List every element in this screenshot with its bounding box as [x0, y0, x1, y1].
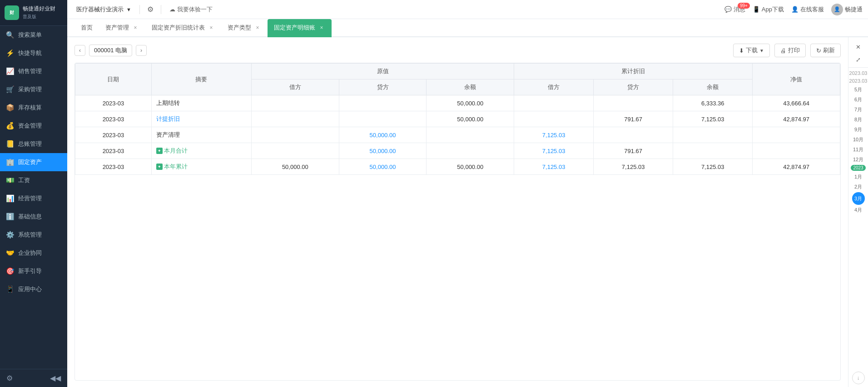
cell-orig-debit	[251, 127, 339, 143]
sidebar-item-inventory[interactable]: 📦 库存核算	[0, 99, 67, 117]
month-3-active[interactable]: 3月	[852, 192, 865, 205]
download-icon: 📱	[753, 6, 760, 13]
month-8[interactable]: 8月	[850, 115, 867, 124]
cell-orig-credit: 50,000.00	[339, 127, 427, 143]
sidebar-item-general-ledger[interactable]: 📒 总账管理	[0, 135, 67, 153]
tab-home[interactable]: 首页	[74, 19, 99, 37]
sidebar-item-payroll[interactable]: 💵 工资	[0, 171, 67, 189]
logo-text-wrap: 畅捷通好业财 普及版	[23, 5, 55, 20]
year-date-top2: 2023.03	[848, 77, 868, 84]
cell-accum-credit	[594, 95, 673, 111]
tab-home-label: 首页	[81, 24, 93, 32]
sidebar-item-enterprise[interactable]: 🤝 企业协同	[0, 244, 67, 262]
sidebar-item-basic-info[interactable]: ℹ️ 基础信息	[0, 208, 67, 226]
capital-icon: 💰	[5, 121, 15, 130]
sidebar-item-app-center[interactable]: 📱 应用中心	[0, 280, 67, 298]
th-orig-debit: 借方	[251, 79, 339, 95]
cell-summary: 资产清理	[151, 127, 251, 143]
scroll-down-button[interactable]: ↓	[852, 372, 865, 384]
sidebar-item-purchase[interactable]: 🛒 采购管理	[0, 80, 67, 99]
cell-accum-debit: 7,125.03	[514, 159, 594, 175]
month-6[interactable]: 6月	[850, 95, 867, 104]
sidebar-item-operations[interactable]: 📊 经营管理	[0, 189, 67, 208]
refresh-button[interactable]: ↻ 刷新	[810, 44, 841, 57]
panel-expand-button[interactable]: ⤢	[851, 54, 866, 65]
table-row: 2023-03 ✦本月合计 50,000.00 7,125.03 791.67	[75, 143, 840, 159]
cell-orig-balance	[427, 127, 514, 143]
refresh-label: 刷新	[823, 46, 835, 55]
messages-btn[interactable]: 💬 消息 99+	[724, 5, 745, 14]
cell-orig-balance	[427, 143, 514, 159]
topnav-right: 💬 消息 99+ 📱 App下载 👤 在线客服 👤 畅捷通	[724, 4, 863, 15]
tab-depreciation-stat-close[interactable]: ×	[208, 24, 215, 31]
table-row: 2023-03 ✦本年累计 50,000.00 50,000.00 50,000…	[75, 159, 840, 175]
settings-icon[interactable]: ⚙	[6, 374, 13, 382]
cell-accum-debit	[514, 111, 594, 127]
sidebar-item-label: 资金管理	[18, 122, 42, 130]
company-selector[interactable]: 医疗器械行业演示 ▼	[73, 4, 135, 15]
user-area[interactable]: 👤 畅捷通	[831, 4, 863, 15]
month-12[interactable]: 12月	[850, 155, 867, 164]
tab-asset-detail-close[interactable]: ×	[318, 24, 325, 31]
th-orig-balance: 余额	[427, 79, 514, 95]
sidebar-item-label: 总账管理	[18, 140, 42, 148]
experience-button[interactable]: ☁ 我要体验一下	[166, 4, 216, 15]
month-1[interactable]: 1月	[850, 172, 867, 182]
sidebar-item-search[interactable]: 🔍 搜索菜单	[0, 26, 67, 44]
payroll-icon: 💵	[5, 176, 15, 185]
sidebar-item-guide[interactable]: 🎯 新手引导	[0, 262, 67, 280]
cell-accum-debit	[514, 95, 594, 111]
download-button[interactable]: ⬇ 下载 ▼	[733, 44, 770, 57]
th-orig-credit: 贷方	[339, 79, 427, 95]
right-panel: ✕ ⤢ 2023.03 2023.03 5月 6月 7月 8月 9月 10月 1…	[848, 37, 868, 387]
sidebar: 财 畅捷通好业财 普及版 🔍 搜索菜单 ⚡ 快捷导航 📈 销售管理 🛒 采购管理…	[0, 0, 67, 387]
month-4[interactable]: 4月	[850, 205, 867, 215]
download-dropdown-icon: ▼	[759, 48, 764, 53]
app-download-label: App下载	[762, 5, 784, 14]
app-edition: 普及版	[23, 14, 55, 20]
sidebar-item-fixed-assets[interactable]: 🏢 固定资产	[0, 153, 67, 171]
tab-asset-detail[interactable]: 固定资产明细账 ×	[268, 19, 332, 37]
settings-gear-icon[interactable]: ⚙	[144, 3, 156, 15]
tab-asset-type[interactable]: 资产类型 ×	[221, 19, 268, 37]
app-name: 畅捷通好业财	[23, 5, 55, 13]
cell-net-value: 43,666.64	[753, 95, 840, 111]
panel-close-button[interactable]: ✕	[851, 41, 866, 53]
month-5[interactable]: 5月	[850, 85, 867, 94]
toolbar-left: ‹ 000001 电脑 ›	[74, 45, 147, 56]
month-7[interactable]: 7月	[850, 105, 867, 114]
cell-date: 2023-03	[75, 127, 152, 143]
tab-asset-mgmt[interactable]: 资产管理 ×	[99, 19, 145, 37]
sidebar-item-label: 企业协同	[18, 249, 42, 257]
collapse-icon[interactable]: ◀◀	[50, 374, 61, 382]
month-2[interactable]: 2月	[850, 182, 867, 192]
sidebar-bottom: ⚙ ◀◀	[0, 369, 67, 387]
sidebar-item-label: 工资	[18, 176, 30, 184]
tab-depreciation-stat[interactable]: 固定资产折旧统计表 ×	[145, 19, 221, 37]
month-10[interactable]: 10月	[850, 135, 867, 144]
print-button[interactable]: 🖨 打印	[774, 44, 806, 57]
app-download-btn[interactable]: 📱 App下载	[753, 5, 784, 14]
sidebar-item-capital[interactable]: 💰 资金管理	[0, 117, 67, 135]
tab-asset-type-close[interactable]: ×	[254, 24, 261, 31]
download-icon: ⬇	[739, 47, 744, 54]
tab-asset-detail-label: 固定资产明细账	[274, 24, 315, 32]
data-table: 日期 摘要 原值 累计折旧 净值 借方 贷方 余额 借方 贷方 余额	[75, 63, 840, 175]
table-row: 2023-03 资产清理 50,000.00 7,125.03	[75, 127, 840, 143]
customer-service-btn[interactable]: 👤 在线客服	[791, 5, 824, 14]
cell-summary: 计提折旧	[151, 111, 251, 127]
asset-code-tag: 000001 电脑	[89, 45, 132, 56]
print-icon: 🖨	[780, 47, 786, 54]
tab-asset-mgmt-close[interactable]: ×	[132, 24, 139, 31]
sidebar-item-quick-nav[interactable]: ⚡ 快捷导航	[0, 44, 67, 62]
logo-icon: 财	[5, 5, 19, 20]
next-asset-button[interactable]: ›	[136, 45, 147, 56]
content-area: ‹ 000001 电脑 › ⬇ 下载 ▼ 🖨 打印 ↻	[67, 37, 868, 387]
sidebar-item-label: 固定资产	[18, 158, 42, 166]
sidebar-item-system[interactable]: ⚙️ 系统管理	[0, 226, 67, 244]
prev-asset-button[interactable]: ‹	[74, 45, 85, 56]
month-11[interactable]: 11月	[850, 145, 867, 154]
month-9[interactable]: 9月	[850, 125, 867, 134]
cell-orig-debit	[251, 143, 339, 159]
sidebar-item-sales[interactable]: 📈 销售管理	[0, 62, 67, 80]
